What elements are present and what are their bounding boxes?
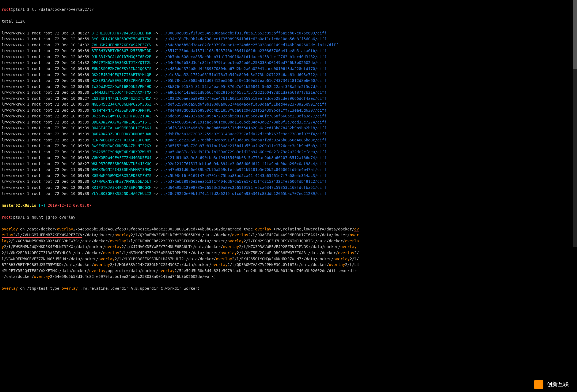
tty: @pts/1 [11, 7, 25, 12]
ls-row: lrwxrwxrwx 1 root root 72 Dec 10 09:39 R… [2, 143, 575, 149]
mount-output: overlay on /data/docker/overlay2/54e59d5… [2, 226, 360, 280]
ls-row: lrwxrwxrwx 1 root root 72 Dec 10 09:39 N… [2, 108, 575, 114]
hostname: master02.k8s.io [2, 203, 36, 208]
cmd-ll: ll /data/docker/overlay2/l/ [32, 7, 94, 12]
scrollbar[interactable] [573, 0, 577, 247]
mount-row-2: overlay on /tmp/test type overlay (rw,re… [2, 286, 575, 292]
dollar: $ [25, 7, 32, 12]
ls-row: lrwxrwxrwx 1 root root 72 Dec 10 09:39 Q… [2, 119, 575, 125]
ls-row: lrwxrwxrwx 1 root root 72 Dec 10 09:39 V… [2, 155, 575, 161]
ls-row: lrwxrwxrwx 1 root root 72 Dec 10 09:39 Q… [2, 125, 575, 131]
ls-row: lrwxrwxrwx 1 root root 72 Dec 10 09:39 R… [2, 137, 575, 143]
ls-row: lrwxrwxrwx 1 root root 72 Dec 12 08:59 X… [2, 185, 575, 191]
ps1-context: master02.k8s.io [~] 2019-12-12 09:02:07 [2, 203, 575, 209]
cmd-mount: mount |grep overlay [32, 215, 76, 219]
total-line: total 112K [2, 18, 575, 25]
ls-row: lrwxrwxrwx 1 root root 72 Dec 10 09:39 F… [2, 66, 575, 72]
ls-row: lrwxrwxrwx 1 root root 72 Dec 10 09:39 X… [2, 179, 575, 185]
ls-row: lrwxrwxrwx 1 root root 72 Dec 10 09:39 B… [2, 48, 575, 54]
ls-row: lrwxrwxrwx 1 root root 72 Dec 10 09:39 L… [2, 90, 575, 96]
ls-row: lrwxrwxrwx 1 root root 72 Dec 10 09:39 Y… [2, 191, 575, 197]
timestamp: 2019-12-12 09:02:07 [48, 203, 91, 208]
ls-row: lrwxrwxrwx 1 root root 72 Dec 10 08:27 L… [2, 96, 575, 102]
ls-row: lrwxrwxrwx 1 root root 72 Dec 10 09:39 Q… [2, 131, 575, 137]
ls-row: lrwxrwxrwx 1 root root 72 Dec 12 08:59 I… [2, 84, 575, 90]
scrollbar-thumb[interactable] [573, 0, 577, 69]
ls-row: lrwxrwxrwx 1 root root 72 Dec 10 09:39 O… [2, 113, 575, 119]
ls-row: lrwxrwxrwx 1 root root 72 Dec 10 09:39 M… [2, 101, 575, 108]
terminal[interactable]: root@pts/1 $ ll /data/docker/overlay2/l/… [0, 0, 577, 292]
ls-row: lrwxrwxrwx 1 root root 72 Dec 10 14:32 D… [2, 60, 575, 66]
ls-row: lrwxrwxrwx 1 root root 72 Dec 11 09:29 W… [2, 167, 575, 173]
listing: lrwxrwxrwx 1 root root 72 Dec 10 08:27 3… [2, 30, 575, 197]
ls-row: lrwxrwxrwx 1 root root 72 Dec 12 08:59 3… [2, 36, 575, 42]
prompt-line-2: root@pts/1 $ mount |grep overlay [2, 214, 575, 221]
prompt-line-1: root@pts/1 $ ll /data/docker/overlay2/l/ [2, 7, 575, 13]
ls-row: lrwxrwxrwx 1 root root 72 Dec 10 09:39 H… [2, 78, 575, 84]
brand-logo: 创新互联 [534, 380, 569, 389]
dollar2: $ [25, 215, 32, 219]
ls-row: lrwxrwxrwx 1 root root 72 Dec 10 08:27 W… [2, 161, 575, 167]
tty2: @pts/1 [11, 215, 25, 219]
brand-text: 创新互联 [547, 381, 569, 388]
user2: root [2, 215, 11, 219]
ls-row: lrwxrwxrwx 1 root root 77 Dec 10 14:32 7… [2, 42, 575, 48]
ls-row: lrwxrwxrwx 1 root root 72 Dec 10 09:39 G… [2, 72, 575, 78]
ls-row: lrwxrwxrwx 1 root root 72 Dec 10 08:27 3… [2, 30, 575, 36]
cwd-hint: [~] [36, 203, 48, 208]
user: root [2, 7, 11, 12]
ls-row: lrwxrwxrwx 1 root root 72 Dec 10 09:39 X… [2, 173, 575, 179]
ls-row: lrwxrwxrwx 1 root root 72 Dec 10 09:39 R… [2, 149, 575, 155]
ls-row: lrwxrwxrwx 1 root root 72 Dec 12 08:59 D… [2, 54, 575, 60]
